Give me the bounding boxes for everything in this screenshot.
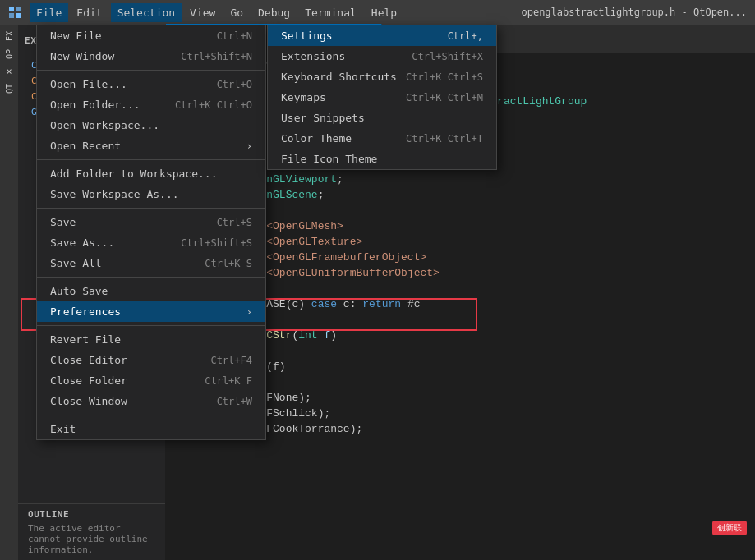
menu-close-window[interactable]: Close Window Ctrl+W: [37, 391, 265, 411]
new-file-label: New File: [50, 30, 217, 42]
file-icon-theme-label: File Icon Theme: [281, 153, 483, 165]
menu-new-file[interactable]: New File Ctrl+N: [37, 25, 265, 46]
menu-preferences[interactable]: Preferences ›: [37, 301, 265, 322]
sep1: [37, 70, 265, 71]
sep3: [37, 208, 265, 209]
submenu-settings[interactable]: Settings Ctrl+,: [268, 25, 496, 46]
menu-view[interactable]: View: [183, 3, 222, 22]
save-label: Save: [50, 216, 217, 228]
menu-open-folder[interactable]: Open Folder... Ctrl+K Ctrl+O: [37, 94, 265, 115]
menu-exit[interactable]: Exit: [37, 419, 265, 439]
watermark: 创新联: [712, 521, 747, 535]
activity-qt[interactable]: QT: [3, 80, 16, 97]
submenu-snippets[interactable]: User Snippets: [268, 108, 496, 128]
menu-open-file[interactable]: Open File... Ctrl+O: [37, 74, 265, 94]
keymaps-label: Keymaps: [281, 91, 406, 103]
open-file-label: Open File...: [50, 78, 217, 90]
menu-close-editor[interactable]: Close Editor Ctrl+F4: [37, 350, 265, 370]
preferences-arrow: ›: [246, 306, 252, 318]
sep2: [37, 159, 265, 160]
svg-rect-0: [9, 7, 14, 11]
open-workspace-label: Open Workspace...: [50, 119, 252, 131]
submenu-file-icon-theme[interactable]: File Icon Theme: [268, 149, 496, 169]
activity-explorer[interactable]: EX: [3, 28, 16, 44]
submenu-keymaps[interactable]: Keymaps Ctrl+K Ctrl+M: [268, 87, 496, 108]
file-menu-dropdown: New File Ctrl+N New Window Ctrl+Shift+N …: [36, 25, 266, 440]
menu-add-folder[interactable]: Add Folder to Workspace...: [37, 163, 265, 184]
close-editor-shortcut: Ctrl+F4: [210, 355, 252, 366]
menu-open-workspace[interactable]: Open Workspace...: [37, 115, 265, 135]
preferences-label: Preferences: [50, 305, 246, 318]
watermark-text: 创新联: [717, 523, 742, 532]
open-folder-shortcut: Ctrl+K Ctrl+O: [175, 99, 252, 111]
menu-edit[interactable]: Edit: [70, 3, 108, 22]
activity-close[interactable]: ×: [4, 64, 13, 79]
save-shortcut: Ctrl+S: [217, 217, 252, 228]
menu-help[interactable]: Help: [365, 3, 403, 22]
menu-save-all[interactable]: Save All Ctrl+K S: [37, 253, 265, 273]
settings-label: Settings: [281, 30, 448, 42]
snippets-label: User Snippets: [281, 112, 483, 124]
settings-shortcut: Ctrl+,: [448, 30, 483, 42]
menu-save[interactable]: Save Ctrl+S: [37, 212, 265, 232]
menu-save-workspace[interactable]: Save Workspace As...: [37, 184, 265, 204]
new-window-shortcut: Ctrl+Shift+N: [181, 51, 252, 62]
keyboard-label: Keyboard Shortcuts: [281, 71, 406, 83]
menu-file[interactable]: File: [30, 3, 68, 22]
keyboard-shortcut: Ctrl+K Ctrl+S: [406, 71, 483, 83]
app-icon: [8, 6, 21, 19]
save-as-label: Save As...: [50, 236, 181, 249]
menu-open-recent[interactable]: Open Recent ›: [37, 135, 265, 156]
open-folder-label: Open Folder...: [50, 99, 175, 111]
preferences-submenu: Settings Ctrl+, Extensions Ctrl+Shift+X …: [267, 25, 497, 170]
save-workspace-label: Save Workspace As...: [50, 188, 252, 200]
activity-op[interactable]: OP: [3, 46, 16, 62]
svg-rect-3: [16, 13, 21, 18]
extensions-shortcut: Ctrl+Shift+X: [412, 51, 483, 62]
save-all-shortcut: Ctrl+K S: [205, 258, 252, 269]
close-window-shortcut: Ctrl+W: [217, 396, 252, 407]
submenu-color-theme[interactable]: Color Theme Ctrl+K Ctrl+T: [268, 128, 496, 149]
new-file-shortcut: Ctrl+N: [217, 30, 252, 42]
submenu-keyboard[interactable]: Keyboard Shortcuts Ctrl+K Ctrl+S: [268, 67, 496, 87]
menu-debug[interactable]: Debug: [251, 3, 297, 22]
color-theme-label: Color Theme: [281, 132, 406, 145]
menu-new-window[interactable]: New Window Ctrl+Shift+N: [37, 46, 265, 67]
exit-label: Exit: [50, 423, 252, 435]
menu-auto-save[interactable]: Auto Save: [37, 281, 265, 301]
menu-go[interactable]: Go: [223, 3, 250, 22]
sep5: [37, 325, 265, 326]
close-folder-shortcut: Ctrl+K F: [205, 375, 252, 387]
save-all-label: Save All: [50, 257, 205, 269]
extensions-label: Extensions: [281, 50, 412, 62]
open-file-shortcut: Ctrl+O: [217, 79, 252, 90]
sep6: [37, 415, 265, 415]
menu-terminal[interactable]: Terminal: [298, 3, 363, 22]
close-editor-label: Close Editor: [50, 354, 210, 366]
revert-file-label: Revert File: [50, 333, 252, 346]
menu-close-folder[interactable]: Close Folder Ctrl+K F: [37, 370, 265, 391]
menu-save-as[interactable]: Save As... Ctrl+Shift+S: [37, 232, 265, 253]
outline-section: OUTLINE The active editor cannot provide…: [18, 503, 165, 560]
outline-info: The active editor cannot provide outline…: [28, 523, 155, 555]
sep4: [37, 277, 265, 278]
add-folder-label: Add Folder to Workspace...: [50, 168, 252, 180]
keymaps-shortcut: Ctrl+K Ctrl+M: [406, 92, 483, 103]
auto-save-label: Auto Save: [50, 285, 252, 297]
close-folder-label: Close Folder: [50, 374, 205, 387]
title-bar: File Edit Selection View Go Debug Termin…: [0, 0, 755, 25]
color-theme-shortcut: Ctrl+K Ctrl+T: [406, 133, 483, 145]
svg-rect-1: [16, 7, 21, 11]
save-as-shortcut: Ctrl+Shift+S: [181, 237, 252, 249]
svg-rect-2: [9, 13, 14, 18]
activity-bar: EX OP × QT: [0, 25, 18, 560]
menu-revert-file[interactable]: Revert File: [37, 329, 265, 350]
submenu-extensions[interactable]: Extensions Ctrl+Shift+X: [268, 46, 496, 67]
close-window-label: Close Window: [50, 395, 217, 407]
new-window-label: New Window: [50, 50, 181, 62]
menu-bar: File Edit Selection View Go Debug Termin…: [8, 3, 403, 22]
window-title: openglabstractlightgroup.h - QtOpen...: [521, 7, 747, 18]
menu-selection[interactable]: Selection: [111, 3, 182, 22]
outline-title: OUTLINE: [28, 509, 155, 520]
open-recent-label: Open Recent: [50, 140, 246, 152]
